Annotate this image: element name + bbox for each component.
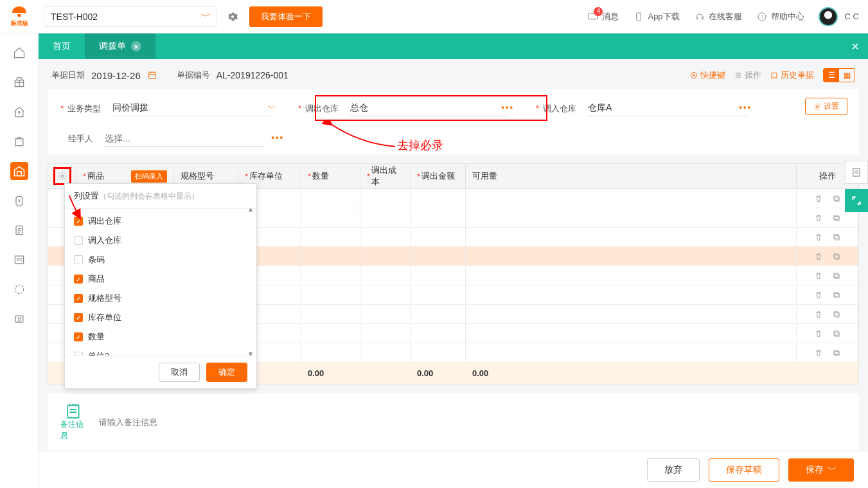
scan-badge[interactable]: 扫码录入 <box>131 170 167 183</box>
column-option[interactable]: ✓商品 <box>65 269 256 289</box>
checkbox-icon[interactable]: ✓ <box>74 332 83 341</box>
handler-label: 经手人 <box>68 133 93 145</box>
svg-rect-6 <box>17 172 21 176</box>
copy-icon[interactable] <box>832 310 841 319</box>
help-link[interactable]: ? 帮助中心 <box>756 11 804 23</box>
checkbox-icon[interactable] <box>74 352 83 356</box>
tab-transfer[interactable]: 调拨单 × <box>85 33 155 59</box>
close-icon[interactable]: × <box>131 41 141 51</box>
user-menu[interactable]: C C <box>819 7 859 26</box>
view-toggle[interactable]: ☰ ▦ <box>823 68 855 82</box>
svg-rect-21 <box>833 195 837 199</box>
copy-icon[interactable] <box>832 271 841 280</box>
column-option[interactable]: ✓数量 <box>65 327 256 347</box>
side-clipboard-icon[interactable] <box>10 221 28 239</box>
more-icon[interactable]: ••• <box>271 132 284 142</box>
more-icon[interactable]: ••• <box>739 102 752 112</box>
note-floater[interactable] <box>845 161 868 184</box>
tab-home[interactable]: 首页 <box>39 33 85 59</box>
column-option[interactable]: 条码 <box>65 250 256 269</box>
delete-icon[interactable] <box>814 329 823 338</box>
ok-button[interactable]: 确定 <box>206 363 247 382</box>
chevron-down-icon[interactable]: ﹀ <box>268 102 276 114</box>
side-warehouse-icon[interactable] <box>10 162 28 180</box>
top-settings-icon[interactable] <box>224 8 242 26</box>
org-select[interactable]: TEST-H002 ﹀ <box>44 6 217 27</box>
save-draft-button[interactable]: 保存草稿 <box>709 458 779 482</box>
expand-floater[interactable] <box>845 189 868 212</box>
in-warehouse-label: 调入仓库 <box>543 103 576 114</box>
operate-link[interactable]: 操作 <box>734 69 761 81</box>
avatar <box>819 7 838 26</box>
side-up-icon[interactable] <box>10 103 28 121</box>
delete-icon[interactable] <box>814 348 823 357</box>
form-settings-button[interactable]: 设置 <box>805 98 847 115</box>
calendar-icon[interactable] <box>147 70 157 80</box>
copy-icon[interactable] <box>832 233 841 242</box>
tabs-close-all[interactable]: × <box>842 33 868 59</box>
side-gift-icon[interactable] <box>10 73 28 91</box>
list-view-icon[interactable]: ☰ <box>824 69 839 82</box>
delete-icon[interactable] <box>814 310 823 319</box>
checkbox-icon[interactable] <box>74 236 83 245</box>
checkbox-icon[interactable]: ✓ <box>74 313 83 322</box>
trial-button[interactable]: 我要体验一下 <box>249 6 323 27</box>
copy-icon[interactable] <box>832 213 841 222</box>
app-download-link[interactable]: App下载 <box>633 11 679 23</box>
phone-icon <box>633 11 644 23</box>
shortcut-link[interactable]: 快捷键 <box>690 69 725 81</box>
date-value[interactable]: 2019-12-26 <box>91 70 141 81</box>
biz-type-input[interactable] <box>111 100 272 116</box>
delete-icon[interactable] <box>814 271 823 280</box>
discard-button[interactable]: 放弃 <box>647 458 700 482</box>
svg-point-19 <box>61 175 64 177</box>
column-option[interactable]: 调入仓库 <box>65 231 256 250</box>
row-actions <box>797 305 858 323</box>
column-option[interactable]: ✓调出仓库 <box>65 212 256 231</box>
checkbox-icon[interactable] <box>74 255 83 264</box>
side-loading-icon[interactable] <box>10 280 28 298</box>
more-icon[interactable]: ••• <box>501 102 514 112</box>
in-warehouse-input[interactable] <box>587 100 747 116</box>
delete-icon[interactable] <box>814 233 823 242</box>
th-cost: *调出成本 <box>360 164 411 188</box>
remark-input[interactable] <box>99 417 846 427</box>
popover-list[interactable]: ✓调出仓库调入仓库条码✓商品✓规格型号✓库存单位✓数量单位2 <box>65 208 256 356</box>
out-warehouse-input[interactable] <box>349 100 509 116</box>
messages-link[interactable]: 4 消息 <box>587 11 619 23</box>
side-bag-icon[interactable] <box>10 132 28 150</box>
column-option[interactable]: 单位2 <box>65 347 256 356</box>
checkbox-icon[interactable]: ✓ <box>74 294 83 303</box>
side-new-icon[interactable]: 新 <box>10 310 28 328</box>
svg-rect-37 <box>833 350 837 354</box>
delete-icon[interactable] <box>814 194 823 203</box>
side-home-icon[interactable] <box>10 44 28 62</box>
support-link[interactable]: 在线客服 <box>694 11 742 23</box>
column-option[interactable]: ✓规格型号 <box>65 289 256 308</box>
column-option[interactable]: ✓库存单位 <box>65 308 256 327</box>
handler-input[interactable] <box>103 131 264 147</box>
copy-icon[interactable] <box>832 348 841 357</box>
delete-icon[interactable] <box>814 291 823 300</box>
save-button[interactable]: 保存 ﹀ <box>788 458 854 482</box>
side-money-icon[interactable]: ¥ <box>10 192 28 210</box>
logo: 标准版 <box>0 0 39 33</box>
svg-rect-5 <box>15 139 23 146</box>
copy-icon[interactable] <box>832 194 841 203</box>
grid-view-icon[interactable]: ▦ <box>839 69 855 82</box>
scroll-down-icon[interactable]: ▼ <box>247 350 254 357</box>
copy-icon[interactable] <box>832 252 841 261</box>
side-contact-icon[interactable] <box>10 251 28 269</box>
checkbox-icon[interactable]: ✓ <box>74 275 83 284</box>
copy-icon[interactable] <box>832 291 841 300</box>
history-link[interactable]: 历史单据 <box>770 69 814 81</box>
delete-icon[interactable] <box>814 213 823 222</box>
checkbox-icon[interactable]: ✓ <box>74 217 83 226</box>
column-settings-popover: 列设置（勾选的列会在表格中显示） ✓调出仓库调入仓库条码✓商品✓规格型号✓库存单… <box>64 183 257 389</box>
svg-rect-14 <box>148 72 155 78</box>
cancel-button[interactable]: 取消 <box>159 363 200 382</box>
copy-icon[interactable] <box>832 329 841 338</box>
svg-rect-25 <box>833 234 837 238</box>
scroll-up-icon[interactable]: ▲ <box>247 206 254 213</box>
delete-icon[interactable] <box>814 252 823 261</box>
